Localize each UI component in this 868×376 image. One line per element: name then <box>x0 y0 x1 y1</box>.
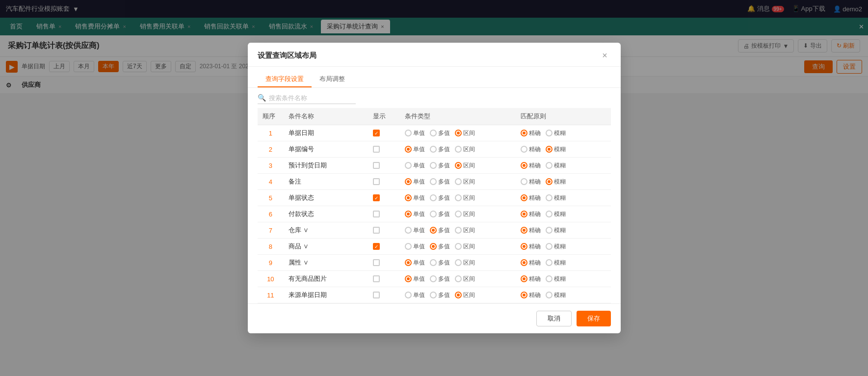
modal-tab-layout[interactable]: 布局调整 <box>312 72 353 87</box>
modal-dialog: 设置查询区域布局 × 查询字段设置 布局调整 🔍 顺序 条件名称 显示 <box>248 43 621 94</box>
modal-search-area: 🔍 <box>248 88 621 94</box>
modal-close-button[interactable]: × <box>599 50 611 61</box>
modal-overlay: 设置查询区域布局 × 查询字段设置 布局调整 🔍 顺序 条件名称 显示 <box>0 0 868 94</box>
modal-tab-query[interactable]: 查询字段设置 <box>258 72 312 87</box>
modal-header: 设置查询区域布局 × <box>248 43 621 67</box>
modal-tabs: 查询字段设置 布局调整 <box>248 67 621 88</box>
modal-title: 设置查询区域布局 <box>258 51 316 60</box>
